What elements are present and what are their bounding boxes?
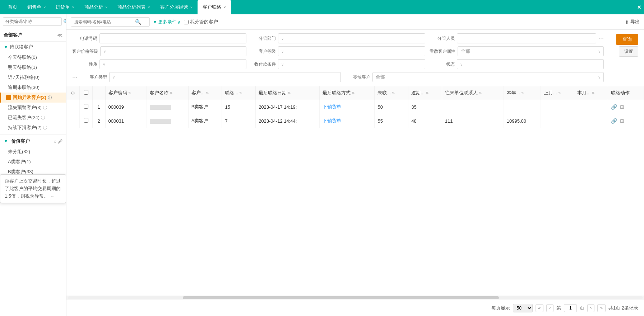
declining-info[interactable]: ⓘ	[43, 125, 47, 131]
col-contacts[interactable]: 往来单位联系人⇅	[442, 86, 504, 100]
action-grid-icon[interactable]: ⊞	[620, 118, 624, 124]
row-last-method[interactable]: 下销货单	[320, 114, 375, 128]
col-contact[interactable]: 联络...⇅	[222, 86, 256, 100]
sort-date-icon[interactable]: ⇅	[288, 91, 291, 95]
action-link-icon[interactable]: 🔗	[611, 118, 617, 124]
retail-attr-select[interactable]: 全部 ∨	[458, 46, 604, 56]
churn-warning-info[interactable]: ⓘ	[43, 105, 47, 110]
churned-info[interactable]: ⓘ	[41, 115, 45, 121]
row-checkbox[interactable]	[84, 118, 88, 123]
tooltip-ellipsis[interactable]: ···	[51, 194, 54, 198]
col-type[interactable]: 客户...⇅	[188, 86, 222, 100]
sidebar-item-declining[interactable]: 持续下滑客户(2) ⓘ	[0, 123, 66, 133]
sidebar-item-overdue[interactable]: 逾期未联络(30)	[0, 82, 66, 93]
sidebar-search-icon[interactable]: 🔍	[63, 19, 66, 24]
export-button[interactable]: ⬆ 导出	[625, 19, 640, 25]
retail-select[interactable]: 全部 ∨	[372, 72, 604, 82]
last-method-link[interactable]: 下销货单	[323, 104, 341, 109]
sidebar-item-repurchase-anomaly[interactable]: 回购异常客户(2) ⓘ	[0, 93, 66, 103]
setting-button[interactable]: 设置	[619, 46, 638, 57]
horizontal-scrollbar[interactable]	[66, 296, 644, 300]
nav-customer-contact-close[interactable]: ×	[223, 5, 226, 9]
grade-select[interactable]: ∨	[278, 46, 425, 56]
sidebar-group-pending[interactable]: ▼ 待联络客户	[0, 42, 66, 52]
current-page-input[interactable]	[564, 304, 577, 312]
sidebar-item-tomorrow[interactable]: 明天待联络(1)	[0, 62, 66, 72]
sort-code-icon[interactable]: ⇅	[128, 91, 131, 95]
sort-overdue-icon[interactable]: ⇅	[426, 91, 428, 95]
sidebar-item-ungrouped[interactable]: 未分组(32)	[0, 147, 66, 157]
per-page-select[interactable]: 50 100 200	[513, 304, 533, 312]
gender-select[interactable]: ∨	[99, 59, 246, 69]
sort-method-icon[interactable]: ⇅	[352, 91, 355, 95]
sidebar-item-7days[interactable]: 近7天待联络(0)	[0, 72, 66, 82]
nav-customer-contact[interactable]: 客户联络 ×	[198, 0, 231, 14]
my-customers-checkbox[interactable]	[184, 20, 189, 24]
last-page-button[interactable]: »	[597, 304, 606, 312]
row-last-method[interactable]: 下销货单	[320, 100, 375, 114]
sidebar-item-class-a[interactable]: A类客户(1)	[0, 157, 66, 167]
info-icon[interactable]: ⓘ	[48, 95, 52, 100]
sort-name-icon[interactable]: ⇅	[170, 91, 172, 95]
sidebar-group-value[interactable]: ▼ 价值客户 ○ 🖊	[0, 136, 66, 147]
filter-search-icon[interactable]: 🔍	[135, 19, 141, 25]
col-unread[interactable]: 未联...⇅	[375, 86, 408, 100]
price-grade-select[interactable]: ∨	[100, 46, 246, 56]
col-overdue[interactable]: 逾期...⇅	[408, 86, 442, 100]
col-last-method[interactable]: 最后联络方式⇅	[320, 86, 375, 100]
first-page-button[interactable]: «	[536, 304, 544, 312]
row4-dots[interactable]: ···	[72, 74, 78, 81]
nav-purchase[interactable]: 进货单 ×	[51, 0, 79, 14]
scroll-thumb[interactable]	[183, 296, 499, 299]
col-last-month[interactable]: 上月...⇅	[541, 86, 574, 100]
nav-product-list[interactable]: 商品分析列表 ×	[112, 0, 155, 14]
person-input[interactable]	[457, 33, 596, 43]
last-method-link[interactable]: 下销货单	[323, 118, 341, 123]
sort-year-icon[interactable]: ⇅	[521, 91, 524, 95]
sidebar-item-churn-warning[interactable]: 流失预警客户(3) ⓘ	[0, 103, 66, 113]
dept-select[interactable]: ∨	[278, 33, 425, 43]
sort-contacts-icon[interactable]: ⇅	[479, 91, 482, 95]
nav-customer-tier-close[interactable]: ×	[190, 5, 193, 9]
phone-input[interactable]	[99, 33, 246, 43]
nav-product-list-close[interactable]: ×	[148, 5, 150, 9]
query-button[interactable]: 查询	[616, 34, 638, 45]
action-grid-icon[interactable]: ⊞	[620, 104, 624, 110]
row-checkbox[interactable]	[84, 104, 88, 109]
sidebar-collapse-button[interactable]: ≪	[57, 32, 62, 38]
nav-product-analysis-close[interactable]: ×	[105, 5, 107, 9]
row-checkbox-cell[interactable]	[79, 100, 92, 114]
filter-search-input[interactable]	[74, 19, 135, 24]
col-name[interactable]: 客户名称⇅	[147, 86, 189, 100]
nav-sales[interactable]: 销售单 ×	[22, 0, 51, 14]
col-code[interactable]: 客户编码⇅	[105, 86, 147, 100]
row-checkbox-cell[interactable]	[79, 114, 92, 128]
sidebar-search-input[interactable]	[3, 17, 62, 26]
next-page-button[interactable]: ›	[587, 304, 594, 312]
nav-customer-tier[interactable]: 客户分层经营 ×	[155, 0, 198, 14]
filter-more-conditions[interactable]: ▼ 更多条件 ∧	[153, 19, 181, 25]
sort-contact-icon[interactable]: ⇅	[239, 91, 242, 95]
sidebar-item-churned[interactable]: 已流失客户(24) ⓘ	[0, 113, 66, 123]
nav-sales-close[interactable]: ×	[43, 5, 46, 9]
pay-select[interactable]: ∨	[278, 59, 425, 69]
value-group-edit-icons[interactable]: ○ 🖊	[54, 139, 62, 144]
col-settings[interactable]: ⚙	[66, 86, 79, 100]
action-link-icon[interactable]: 🔗	[611, 104, 617, 110]
col-this-year[interactable]: 本年...⇅	[504, 86, 541, 100]
col-checkbox[interactable]	[79, 86, 92, 100]
type-select[interactable]: ∨	[109, 72, 341, 82]
sort-unread-icon[interactable]: ⇅	[392, 91, 395, 95]
sort-month-icon[interactable]: ⇅	[592, 91, 594, 95]
sidebar-item-today[interactable]: 今天待联络(0)	[0, 52, 66, 62]
col-last-date[interactable]: 最后联络日期⇅	[256, 86, 320, 100]
select-all-checkbox[interactable]	[84, 90, 88, 95]
sort-lmonth-icon[interactable]: ⇅	[558, 91, 561, 95]
nav-purchase-close[interactable]: ×	[72, 5, 74, 9]
prev-page-button[interactable]: ‹	[546, 304, 553, 312]
person-dots[interactable]: ···	[598, 35, 604, 42]
nav-home[interactable]: 首页	[3, 0, 22, 14]
close-all-tabs[interactable]: ×	[637, 4, 641, 11]
nav-product-analysis[interactable]: 商品分析 ×	[79, 0, 112, 14]
col-this-month[interactable]: 本月...⇅	[574, 86, 608, 100]
